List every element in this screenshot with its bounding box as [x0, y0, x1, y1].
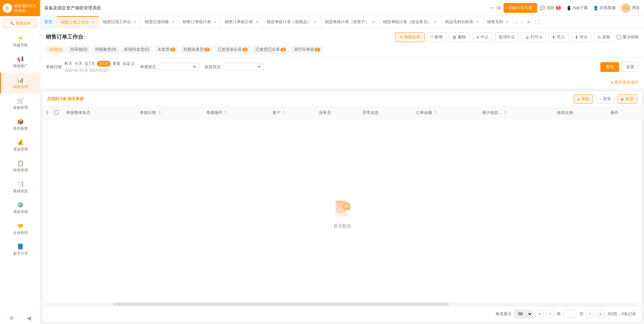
settings-button[interactable]: 设置 — [622, 62, 639, 72]
sidebar-item-guide[interactable]: 📘 新手引导 — [0, 239, 40, 260]
tab-close-icon[interactable]: ✕ — [372, 20, 375, 24]
col-collected[interactable]: 累计收款... ⇅ — [479, 107, 554, 119]
tab-sales-order[interactable]: 销售订单工作台 ✕ — [57, 16, 99, 28]
filter-tab-wangpu[interactable]: 旺铺待发货(0) — [121, 45, 153, 54]
tab-sales-stat[interactable]: 销售订单统计表 ✕ — [179, 16, 221, 28]
tab-close-icon[interactable]: ✕ — [256, 20, 258, 24]
col-date[interactable]: 单据日期 ⇅ — [137, 107, 204, 119]
scrollbar-thumb[interactable] — [113, 303, 449, 306]
filter-tab-all[interactable]: 全部(0) — [46, 45, 66, 54]
tabs-maximize-button[interactable]: ⛶ — [533, 19, 541, 25]
sidebar-item-quick-nav[interactable]: ⚡ 快捷导航 — [0, 31, 40, 52]
tab-sales-profit[interactable]: 销售毛利 ✕ — [483, 16, 513, 28]
tab-summary-customer[interactable]: 销货单统计表（按客户） ✕ — [321, 16, 379, 28]
filter-tab-shipped-warehoused[interactable]: 已发货已出库0 — [252, 45, 289, 54]
tab-cash-reconcile[interactable]: 钱货日清对账 ✕ — [141, 16, 179, 28]
table-area: 共找到 0条 相关单据 ● 审核 ○ 弃审 ▶ 发货 — [43, 92, 641, 321]
tab-summary-product[interactable]: 销货单统计表（按商品） ✕ — [263, 16, 321, 28]
show-details-label[interactable]: 显示明细 — [617, 34, 639, 40]
expand-conditions-button[interactable]: ▾ 展开更多条件 — [611, 80, 639, 85]
industry-solution-button[interactable]: 体验行业方案 — [504, 3, 537, 13]
filter-tab-pending-review[interactable]: 待审核(0) — [67, 45, 91, 54]
sidebar-item-purchase[interactable]: 🛒 采购管理 — [0, 93, 40, 114]
import-icon: ⬆ — [552, 35, 555, 40]
sidebar-item-system[interactable]: ⚙️ 系统管理 — [0, 198, 40, 218]
last-page-button[interactable]: » — [596, 310, 605, 318]
user-menu[interactable]: Ea 用友 — [621, 3, 640, 13]
sidebar-item-inventory[interactable]: 📦 库存核算 — [0, 114, 40, 135]
settings-bottom-icon[interactable]: ⚙ — [9, 315, 14, 321]
delete-button[interactable]: 🗑 删除 — [449, 32, 470, 42]
sidebar-item-enterprise[interactable]: 🤝 企业协同 — [0, 218, 40, 239]
import-button[interactable]: ⬆ 导入 — [548, 32, 568, 42]
app-download-button[interactable]: 📱 App下载 — [566, 5, 588, 11]
batch-deliver-button[interactable]: ▶ 发货 — [617, 94, 637, 104]
show-details-checkbox[interactable] — [617, 35, 621, 39]
filter-tab-overdue-not-shipped[interactable]: 到期未发货0 — [180, 45, 213, 54]
date-option-today[interactable]: 今天 — [75, 61, 83, 67]
tab-sales-exec[interactable]: 销售订单执行表 ✕ — [221, 16, 263, 28]
sidebar-item-sales[interactable]: 📊 销售管理 — [0, 73, 40, 93]
sidebar-item-operations[interactable]: 📋 经营管理 — [0, 156, 40, 177]
sidebar-item-label: 企业协同 — [13, 230, 28, 235]
cancel-stop-button[interactable]: 取消中止 — [495, 32, 519, 42]
date-option-more[interactable]: 更多 — [113, 61, 121, 67]
tab-gross-margin[interactable]: 商品毛利分析表 ✕ — [441, 16, 483, 28]
tab-home[interactable]: 首页 — [40, 16, 57, 28]
tab-summary-staff[interactable]: 销货单统计表（按业务员） ✕ — [379, 16, 441, 28]
refresh-button[interactable]: ↻ 刷新 — [594, 32, 614, 42]
sidebar-item-basic-info[interactable]: 📑 基础信息 — [0, 177, 40, 198]
tab-close-icon[interactable]: ✕ — [134, 20, 136, 24]
topbar-settings-icon[interactable]: ⚙ — [496, 5, 501, 11]
message-button[interactable]: 💬 消息 6 — [540, 5, 561, 11]
print-button[interactable]: 🖨 打印 ▾ — [521, 32, 546, 42]
first-page-button[interactable]: « — [535, 310, 544, 318]
system-dropdown-icon[interactable]: ▾ — [491, 6, 493, 10]
tabs-next-button[interactable]: › — [520, 19, 524, 25]
batch-revoke-button[interactable]: ○ 弃审 — [596, 94, 615, 104]
filter-tab-shipped-not-warehoused[interactable]: 已发货未出库0 — [214, 45, 251, 54]
sidebar-item-marketing[interactable]: 📢 营销推广 — [0, 52, 40, 73]
col-amount[interactable]: 订单金额 ⇅ — [413, 107, 480, 119]
col-customer[interactable]: 客户 ⇅ — [270, 107, 316, 119]
date-option-7days[interactable]: 近7天 — [85, 61, 95, 67]
tab-cash-daily[interactable]: 钱货日清工作台 ✕ — [99, 16, 141, 28]
sidebar-item-label: 销售管理 — [13, 84, 28, 89]
svg-rect-4 — [337, 205, 341, 206]
sidebar-item-finance[interactable]: 💰 资金管理 — [0, 135, 40, 156]
select-all-checkbox[interactable] — [54, 110, 58, 115]
page-size-select[interactable]: 2050100 — [514, 310, 533, 318]
date-option-yesterday[interactable]: 昨天 — [65, 61, 73, 67]
search-menu-button[interactable]: 🔍 搜索菜单 — [3, 19, 37, 28]
horizontal-scrollbar[interactable] — [46, 302, 639, 306]
tab-close-icon[interactable]: ✕ — [172, 20, 174, 24]
col-number[interactable]: 单据编号 ⇅ — [204, 107, 270, 119]
tab-close-icon[interactable]: ✕ — [476, 20, 479, 24]
filter-tab-not-shipped[interactable]: 未发货0 — [154, 45, 179, 54]
collapse-sidebar-icon[interactable]: ◀ — [27, 315, 31, 321]
status-select[interactable] — [159, 63, 199, 71]
date-option-1month[interactable]: 近1月 — [97, 61, 111, 67]
payment-select[interactable] — [223, 63, 264, 71]
ai-generate-button[interactable]: ✦ 智能生单 — [395, 32, 425, 42]
tab-close-icon[interactable]: ✕ — [92, 21, 94, 24]
filter-tab-pending-inspect[interactable]: 待拣验货(0) — [92, 45, 120, 54]
export-button[interactable]: ⬇ 导出 — [571, 32, 591, 42]
filter-tab-not-printed[interactable]: 未打印单据0 — [291, 45, 324, 54]
add-button[interactable]: + 新增 — [427, 32, 446, 42]
query-button[interactable]: 查询 — [600, 62, 619, 72]
tab-close-icon[interactable]: ✕ — [214, 20, 216, 24]
tabs-close-all-button[interactable]: ✕ — [525, 19, 532, 25]
prev-page-button[interactable]: ‹ — [547, 310, 554, 318]
system-title: 装备及固定资产辅助管理系统 — [44, 5, 489, 11]
date-option-custom[interactable]: 自定义 — [123, 61, 135, 67]
tab-close-icon[interactable]: ✕ — [434, 20, 437, 24]
next-page-button[interactable]: › — [586, 310, 594, 318]
tab-close-icon[interactable]: ✕ — [314, 20, 316, 24]
batch-review-button[interactable]: ● 审核 — [574, 94, 593, 104]
stop-button[interactable]: ⊘ 中止 — [472, 32, 492, 42]
tab-close-icon[interactable]: ✕ — [506, 20, 509, 24]
online-service-button[interactable]: 👤 在线客服 — [593, 5, 616, 11]
tabs-prev-button[interactable]: ‹ — [514, 19, 519, 25]
page-number-input[interactable]: 1 — [563, 310, 577, 318]
